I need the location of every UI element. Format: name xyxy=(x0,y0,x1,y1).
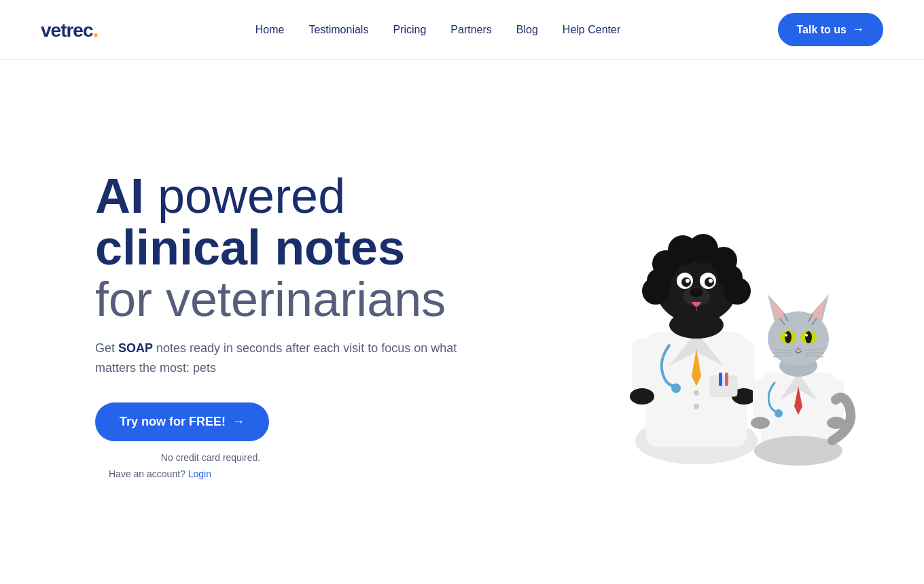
hero-heading-clinical-notes: clinical notes xyxy=(95,222,462,274)
svg-rect-8 xyxy=(632,339,652,393)
svg-point-21 xyxy=(724,277,751,305)
nav-partners[interactable]: Partners xyxy=(450,24,491,35)
login-link[interactable]: Login xyxy=(188,468,211,479)
nav-home[interactable]: Home xyxy=(255,24,285,35)
nav-testimonials[interactable]: Testimonials xyxy=(308,24,368,35)
svg-point-27 xyxy=(709,279,713,283)
hero-heading-powered: powered xyxy=(144,169,345,223)
hero-illustration xyxy=(584,182,870,468)
logo[interactable]: vetrec. xyxy=(41,18,98,41)
svg-point-5 xyxy=(694,390,699,396)
arrow-right-icon: → xyxy=(852,22,864,37)
logo-rec: rec xyxy=(66,20,92,41)
nav-blog[interactable]: Blog xyxy=(516,24,538,35)
try-free-label: Try now for FREE! xyxy=(120,415,226,429)
pets-illustration-svg xyxy=(591,175,863,468)
hero-heading-for-vets: for veterinarians xyxy=(95,274,462,326)
try-free-button[interactable]: Try now for FREE! → xyxy=(95,402,269,441)
svg-rect-39 xyxy=(753,379,768,420)
svg-point-41 xyxy=(751,417,770,429)
hero-subtext-prefix: Get xyxy=(95,341,118,355)
nav-help-center[interactable]: Help Center xyxy=(563,24,620,35)
talk-to-us-label: Talk to us xyxy=(797,24,847,36)
logo-dot: . xyxy=(93,17,99,41)
hero-heading-ai: AI xyxy=(95,169,144,223)
svg-point-26 xyxy=(686,279,690,283)
hero-soap-bold: SOAP xyxy=(118,341,153,355)
nav-links: Home Testimonials Pricing Partners Blog … xyxy=(255,24,621,36)
svg-point-57 xyxy=(805,331,812,343)
hero-section: AI powered clinical notes for veterinari… xyxy=(0,60,924,577)
svg-point-20 xyxy=(642,277,669,305)
svg-point-38 xyxy=(775,409,783,417)
navbar: vetrec. Home Testimonials Pricing Partne… xyxy=(0,0,924,60)
try-arrow-icon: → xyxy=(232,415,245,429)
svg-point-29 xyxy=(690,288,703,297)
no-credit-text: No credit card required. xyxy=(109,452,313,463)
have-account-label: Have an account? xyxy=(109,468,185,479)
svg-point-58 xyxy=(785,334,787,337)
hero-content: AI powered clinical notes for veterinari… xyxy=(95,171,462,479)
hero-heading: AI powered clinical notes for veterinari… xyxy=(95,171,462,325)
talk-to-us-button[interactable]: Talk to us → xyxy=(778,13,884,46)
svg-point-59 xyxy=(805,334,808,337)
svg-point-7 xyxy=(671,383,681,393)
svg-rect-32 xyxy=(719,373,722,386)
nav-pricing[interactable]: Pricing xyxy=(393,24,426,35)
svg-point-56 xyxy=(785,331,792,343)
logo-vet: vet xyxy=(41,20,66,41)
svg-rect-31 xyxy=(710,376,737,396)
have-account-text: Have an account? Login xyxy=(109,468,462,479)
svg-rect-33 xyxy=(725,373,728,386)
hero-cta-group: Try now for FREE! → No credit card requi… xyxy=(95,402,462,479)
svg-point-10 xyxy=(630,388,654,405)
svg-point-6 xyxy=(694,404,699,409)
hero-subtext: Get SOAP notes ready in seconds after ea… xyxy=(95,339,462,378)
